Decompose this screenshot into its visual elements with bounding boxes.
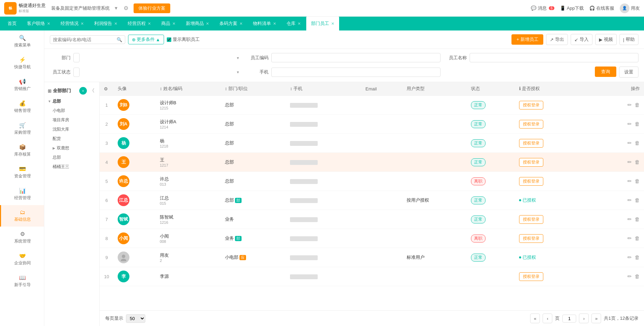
phone-input[interactable] [271, 68, 440, 77]
show-resigned-toggle[interactable]: 显示离职员工 [167, 36, 200, 43]
auth-button[interactable]: 授权登录 [519, 101, 543, 109]
col-settings[interactable]: ⚙ [100, 82, 114, 96]
tab-profit[interactable]: 利润报告 ✕ [89, 17, 122, 30]
delete-button[interactable]: 🗑 [635, 178, 640, 184]
edit-button[interactable]: ✏ [627, 216, 632, 222]
edit-button[interactable]: ✏ [627, 159, 632, 165]
close-icon[interactable]: ✕ [331, 21, 334, 26]
edit-button[interactable]: ✏ [627, 102, 632, 108]
online-service-button[interactable]: 🎧 在线客服 [589, 5, 614, 11]
first-page-button[interactable]: « [530, 314, 540, 323]
add-dept-button[interactable]: + [79, 87, 87, 95]
dept-node-tongwang[interactable]: 桶桶王三 [44, 162, 99, 171]
empstatus-select[interactable] [73, 68, 80, 77]
sidebar-item-guide[interactable]: 📖 新手引导 [0, 270, 44, 292]
settings-icon[interactable]: ⚙ [121, 3, 131, 13]
close-icon[interactable]: ✕ [172, 21, 175, 26]
tab-bom[interactable]: 物料清单 ✕ [248, 17, 281, 30]
row-auth[interactable]: 授权登录 [515, 96, 583, 115]
last-page-button[interactable]: » [591, 314, 601, 323]
sidebar-item-system[interactable]: ⚙ 系统管理 [0, 227, 44, 248]
edit-button[interactable]: ✏ [627, 273, 632, 280]
delete-button[interactable]: 🗑 [635, 102, 640, 108]
empcode-input[interactable] [271, 53, 440, 62]
row-auth[interactable]: 授权登录 [515, 172, 583, 191]
dept-node-peihuo[interactable]: 配货 [44, 134, 99, 143]
row-auth[interactable]: 授权登录 [515, 115, 583, 134]
close-icon[interactable]: ✕ [273, 21, 276, 26]
sidebar-item-finance[interactable]: 💳 资金管理 [0, 161, 44, 183]
auth-button[interactable]: 授权登录 [519, 215, 543, 224]
view-button[interactable]: ▶ 视频 [595, 34, 617, 45]
sidebar-item-marketing[interactable]: 📢 营销推广 [0, 74, 44, 96]
row-auth[interactable]: 已授权 [515, 191, 583, 210]
dept-node-project[interactable]: 项目库房 [44, 115, 99, 125]
row-auth[interactable]: 授权登录 [515, 267, 583, 286]
edit-button[interactable]: ✏ [627, 178, 632, 184]
row-auth[interactable]: 授权登录 [515, 210, 583, 229]
row-auth[interactable]: 授权登录 [515, 229, 583, 248]
more-conditions-button[interactable]: ⊕ 更多条件 ▲ [128, 35, 164, 44]
close-icon[interactable]: ✕ [81, 21, 84, 26]
row-auth[interactable]: 已授权 [515, 248, 583, 267]
edit-button[interactable]: ✏ [627, 140, 632, 146]
sidebar-item-sales[interactable]: 💰 销售管理 [0, 96, 44, 118]
user-menu-button[interactable]: 👤 用友 [620, 3, 640, 13]
auth-button[interactable]: 授权登录 [519, 120, 543, 129]
sidebar-item-business[interactable]: 📊 经营管理 [0, 183, 44, 205]
delete-button[interactable]: 🗑 [635, 140, 640, 146]
sidebar-item-collab[interactable]: 🤝 企业协同 [0, 248, 44, 270]
dept-node-shenyang[interactable]: 沈阳大库 [44, 125, 99, 134]
tab-add-goods[interactable]: 新增商品 ✕ [181, 17, 214, 30]
auth-button[interactable]: 授权登录 [519, 158, 543, 167]
help-button[interactable]: | 帮助 [619, 34, 638, 45]
edit-button[interactable]: ✏ [627, 254, 632, 261]
delete-button[interactable]: 🗑 [635, 216, 640, 222]
sidebar-item-basic[interactable]: 🗂 基础信息 [0, 205, 44, 227]
delete-button[interactable]: 🗑 [635, 159, 640, 165]
row-auth[interactable]: 授权登录 [515, 153, 583, 172]
auth-button[interactable]: 授权登录 [519, 177, 543, 186]
app-download-button[interactable]: 📱 App下载 [560, 5, 584, 11]
page-input[interactable] [562, 315, 576, 323]
trial-button[interactable]: 体验行业方案 [134, 3, 170, 13]
close-icon[interactable]: ✕ [114, 21, 117, 26]
delete-button[interactable]: 🗑 [635, 121, 640, 127]
delete-button[interactable]: 🗑 [635, 197, 640, 203]
dept-node-zongbu[interactable]: 总部 [44, 153, 99, 162]
next-page-button[interactable]: › [579, 314, 589, 323]
sidebar-item-inventory[interactable]: 📦 库存核算 [0, 140, 44, 161]
col-name-code[interactable]: ↕ 姓名/编码 [156, 82, 221, 96]
close-icon[interactable]: ✕ [148, 21, 151, 26]
auth-button[interactable]: 授权登录 [519, 234, 543, 243]
edit-button[interactable]: ✏ [627, 197, 632, 203]
dept-node-shuanglu[interactable]: ▶双鹿想 [44, 143, 99, 153]
message-button[interactable]: 💬 消息 6 [531, 5, 554, 11]
edit-button[interactable]: ✏ [627, 121, 632, 127]
tab-warehouse[interactable]: 仓库 ✕ [282, 17, 306, 30]
row-auth[interactable]: 授权登录 [515, 134, 583, 153]
close-icon[interactable]: ✕ [47, 21, 50, 26]
edit-button[interactable]: ✏ [627, 235, 632, 241]
tab-goods[interactable]: 商品 ✕ [156, 17, 180, 30]
all-dept-label[interactable]: 全部部门 [53, 88, 78, 94]
delete-button[interactable]: 🗑 [635, 273, 640, 280]
import-button[interactable]: ↙ 导入 [571, 34, 592, 45]
tab-history[interactable]: 经营历程 ✕ [123, 17, 156, 30]
export-button[interactable]: ↗ 导出 [546, 34, 568, 45]
col-phone[interactable]: ↕ 手机 [286, 82, 361, 96]
delete-button[interactable]: 🗑 [635, 235, 640, 241]
sidebar-item-search[interactable]: 🔍 搜索菜单 [0, 30, 44, 52]
add-employee-button[interactable]: + 新增员工 [511, 34, 543, 45]
tab-customer[interactable]: 客户联络 ✕ [22, 17, 55, 30]
auth-button[interactable]: 授权登录 [519, 272, 543, 281]
tab-barcode[interactable]: 条码方案 ✕ [215, 17, 247, 30]
col-dept-position[interactable]: ↕ 部门/职位 [221, 82, 286, 96]
reset-button[interactable]: 设置 [619, 67, 638, 78]
close-icon[interactable]: ✕ [298, 21, 301, 26]
empname-input[interactable] [470, 53, 638, 62]
collapse-dept-button[interactable]: 《 [88, 87, 96, 95]
auth-button[interactable]: 授权登录 [519, 139, 543, 148]
delete-button[interactable]: 🗑 [635, 254, 640, 261]
tab-operation[interactable]: 经营情况 ✕ [56, 17, 89, 30]
